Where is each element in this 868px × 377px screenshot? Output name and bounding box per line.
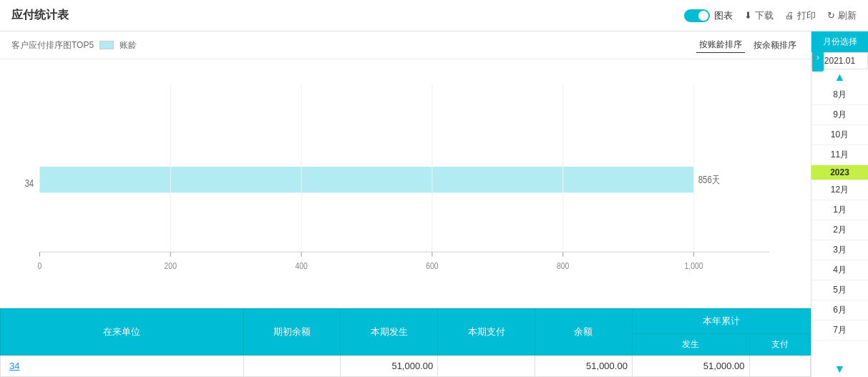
sidebar-month-6[interactable]: 6月 (811, 300, 868, 320)
sidebar-month-2[interactable]: 2月 (811, 220, 868, 240)
svg-text:0: 0 (38, 260, 42, 270)
cell-unit: 34 (1, 356, 244, 377)
svg-text:200: 200 (165, 260, 177, 270)
col-current-header: 本期发生 (341, 309, 438, 356)
sidebar-month-4[interactable]: 4月 (811, 260, 868, 280)
chart-header: 客户应付排序图TOP5 账龄 按账龄排序 按余额排序 (0, 31, 811, 59)
svg-text:800: 800 (557, 260, 570, 270)
sidebar-month-9[interactable]: 9月 (811, 105, 868, 125)
sidebar-nav-down-button[interactable]: ▼ (811, 361, 868, 377)
bar-y-label: 34 (24, 177, 34, 190)
cell-ytd-occur: 51,000.00 (632, 356, 749, 377)
sort-by-balance-button[interactable]: 按账龄排序 (696, 37, 745, 53)
col-balance-header: 余额 (535, 309, 633, 356)
table-area: 在来单位 期初余额 本期发生 本期支付 余额 本年累计 发生 支付 (0, 308, 811, 377)
cell-payment (438, 356, 535, 377)
header-actions: 图表 ⬇ 下载 🖨 打印 ↻ 刷新 (684, 9, 857, 22)
chart-bar (39, 167, 693, 192)
download-button[interactable]: ⬇ 下载 (744, 9, 774, 22)
sidebar-month-11[interactable]: 11月 (811, 145, 868, 165)
sidebar: 月份选择 2021.01 ▲ 8月 9月 10月 11月 2023 12月 1月… (811, 31, 868, 377)
chart-legend: 客户应付排序图TOP5 账龄 (11, 39, 137, 52)
legend-title: 客户应付排序图TOP5 (11, 39, 94, 52)
chart-toggle[interactable]: 图表 (684, 9, 733, 22)
print-label: 打印 (797, 9, 816, 22)
sidebar-year-marker: 2023 (811, 165, 868, 180)
unit-link[interactable]: 34 (9, 361, 19, 371)
toggle-switch[interactable] (684, 9, 710, 22)
chart-svg: 34 856天 0 200 400 600 (11, 67, 799, 308)
sidebar-month-3[interactable]: 3月 (811, 240, 868, 260)
sort-by-amount-button[interactable]: 按余额排序 (751, 37, 799, 53)
sidebar-month-7[interactable]: 7月 (811, 320, 868, 341)
main-content: 客户应付排序图TOP5 账龄 按账龄排序 按余额排序 34 856天 (0, 31, 868, 377)
cell-opening (243, 356, 341, 377)
table-header-row: 在来单位 期初余额 本期发生 本期支付 余额 本年累计 (1, 309, 811, 334)
col-ytd-header: 本年累计 (632, 309, 810, 334)
col-opening-header: 期初余额 (243, 309, 341, 356)
download-label: 下载 (755, 9, 774, 22)
sidebar-nav-up-button[interactable]: ▲ (811, 69, 868, 85)
refresh-button[interactable]: ↻ 刷新 (827, 9, 857, 22)
table-row: 34 51,000.00 51,000.00 51,000.00 (1, 356, 811, 377)
col-ytd-occur-header: 发生 (632, 334, 749, 356)
toggle-label: 图表 (714, 9, 733, 22)
print-icon: 🖨 (785, 10, 794, 21)
data-table: 在来单位 期初余额 本期发生 本期支付 余额 本年累计 发生 支付 (0, 308, 811, 377)
svg-text:1,000: 1,000 (685, 260, 703, 270)
bar-end-label: 856天 (698, 174, 721, 186)
sidebar-month-10[interactable]: 10月 (811, 125, 868, 145)
col-unit-header: 在来单位 (1, 309, 244, 356)
sidebar-month-8[interactable]: 8月 (811, 85, 868, 105)
svg-text:600: 600 (426, 260, 439, 270)
svg-text:400: 400 (295, 260, 308, 270)
sidebar-toggle-button[interactable]: › (812, 43, 824, 72)
page-title: 应付统计表 (11, 8, 69, 23)
print-button[interactable]: 🖨 打印 (785, 9, 816, 22)
legend-box-label: 账龄 (120, 39, 137, 52)
chart-sort-buttons: 按账龄排序 按余额排序 (696, 37, 799, 53)
sidebar-months: 8月 9月 10月 11月 2023 12月 1月 2月 3月 4月 5月 6月… (811, 85, 868, 361)
chart-body: 34 856天 0 200 400 600 (0, 59, 811, 308)
refresh-icon: ↻ (827, 10, 835, 21)
cell-balance: 51,000.00 (535, 356, 633, 377)
download-icon: ⬇ (744, 10, 752, 21)
sidebar-month-5[interactable]: 5月 (811, 280, 868, 300)
page-header: 应付统计表 图表 ⬇ 下载 🖨 打印 ↻ 刷新 (0, 0, 868, 31)
table-wrapper: 在来单位 期初余额 本期发生 本期支付 余额 本年累计 发生 支付 (0, 308, 811, 377)
sidebar-month-1[interactable]: 1月 (811, 200, 868, 220)
cell-current: 51,000.00 (341, 356, 438, 377)
chart-area: 客户应付排序图TOP5 账龄 按账龄排序 按余额排序 34 856天 (0, 31, 811, 377)
col-payment-header: 本期支付 (438, 309, 535, 356)
col-ytd-pay-header: 支付 (749, 334, 810, 356)
sidebar-month-12[interactable]: 12月 (811, 180, 868, 200)
cell-ytd-pay (749, 356, 810, 377)
refresh-label: 刷新 (838, 9, 857, 22)
legend-box (99, 41, 114, 49)
